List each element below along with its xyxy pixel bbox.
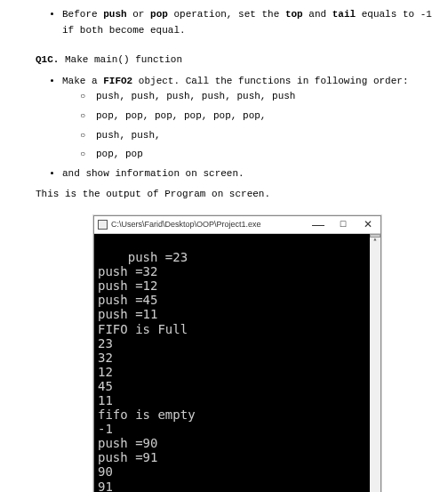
q1c-sublist: push, push, push, push, push, push pop, … (96, 89, 439, 162)
sub-item-1: push, push, push, push, push, push (96, 89, 439, 105)
kw-tail: tail (332, 9, 356, 20)
text: operation, set the (168, 9, 285, 20)
close-button[interactable]: ✕ (356, 215, 380, 233)
kw-push: push (103, 9, 126, 20)
text: and (303, 9, 332, 20)
text: or (127, 9, 150, 20)
text: object. Call the functions in following … (132, 76, 408, 86)
console-window: C:\Users\Farid\Desktop\OOP\Project1.exe … (93, 215, 381, 492)
text: Make a (62, 76, 103, 86)
q1c-label: Q1C. (36, 54, 59, 65)
maximize-button[interactable]: ☐ (331, 215, 356, 233)
window-title: C:\Users\Farid\Desktop\OOP\Project1.exe (111, 218, 306, 230)
app-icon (98, 220, 108, 230)
text: Before (62, 9, 103, 20)
q1c-list: Make a FIFO2 object. Call the functions … (62, 74, 439, 182)
kw-pop: pop (150, 9, 168, 20)
sub-item-3: push, push, (96, 128, 439, 144)
q1b-list: Before push or pop operation, set the to… (62, 7, 439, 38)
minimize-button[interactable]: — (306, 215, 331, 233)
q1c-bullet-2: and show information on screen. (62, 166, 439, 182)
titlebar: C:\Users\Farid\Desktop\OOP\Project1.exe … (94, 216, 380, 234)
scroll-thumb[interactable] (370, 234, 380, 238)
scrollbar[interactable]: ▴ ▾ (370, 234, 380, 492)
sub-item-4: pop, pop (96, 147, 439, 163)
q1c-bullet-1: Make a FIFO2 object. Call the functions … (62, 74, 439, 163)
output-intro: This is the output of Program on screen. (36, 187, 439, 203)
console-body: push =23 push =32 push =12 push =45 push… (94, 234, 380, 492)
console-output: push =23 push =32 push =12 push =45 push… (98, 250, 330, 492)
q1c-heading: Q1C. Make main() function (36, 52, 439, 69)
q1c-title: Make main() function (59, 54, 182, 65)
kw-fifo2: FIFO2 (103, 76, 132, 86)
q1b-bullet-item: Before push or pop operation, set the to… (62, 7, 439, 38)
window-controls: — ☐ ✕ (306, 215, 380, 233)
sub-item-2: pop, pop, pop, pop, pop, pop, (96, 109, 439, 125)
kw-top: top (285, 9, 303, 20)
